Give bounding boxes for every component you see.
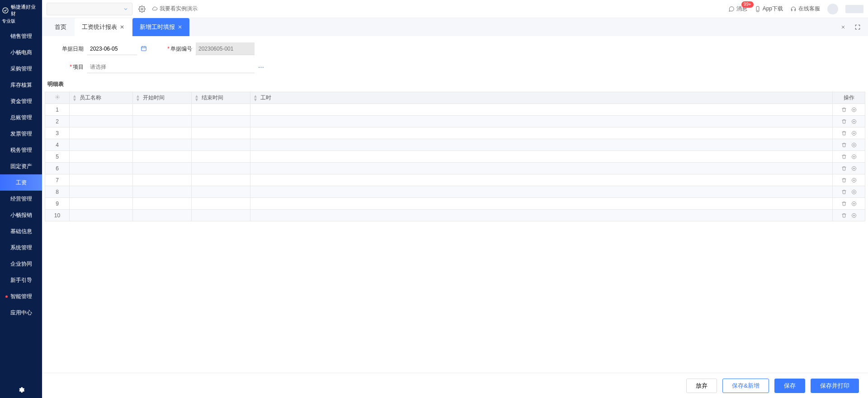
cell[interactable] xyxy=(70,198,133,210)
cell[interactable] xyxy=(133,127,192,139)
cell[interactable] xyxy=(250,210,833,221)
cell[interactable] xyxy=(192,174,250,186)
project-input[interactable] xyxy=(87,61,255,73)
col-hours[interactable]: ▲▼工时 xyxy=(250,92,833,104)
project-lookup-icon[interactable]: ⋯ xyxy=(258,64,264,70)
cell[interactable] xyxy=(133,151,192,163)
sidebar-item-4[interactable]: 资金管理 xyxy=(0,93,42,109)
date-input[interactable] xyxy=(87,42,137,55)
app-download-link[interactable]: App下载 xyxy=(755,5,783,13)
sidebar-item-16[interactable]: 智能管理 xyxy=(0,288,42,304)
cell[interactable] xyxy=(70,163,133,174)
col-employee[interactable]: ▲▼员工名称 xyxy=(70,92,133,104)
org-selector[interactable] xyxy=(47,3,132,15)
cell[interactable] xyxy=(70,139,133,151)
col-end[interactable]: ▲▼结束时间 xyxy=(192,92,250,104)
add-row-icon[interactable] xyxy=(851,142,857,148)
cell[interactable] xyxy=(250,186,833,198)
sidebar-item-11[interactable]: 小畅报销 xyxy=(0,207,42,223)
delete-icon[interactable] xyxy=(841,107,847,112)
calendar-icon[interactable] xyxy=(141,45,147,53)
discard-button[interactable]: 放弃 xyxy=(686,379,717,393)
sidebar-item-10[interactable]: 经营管理 xyxy=(0,191,42,207)
col-start[interactable]: ▲▼开始时间 xyxy=(133,92,192,104)
cell[interactable] xyxy=(250,198,833,210)
save-new-button[interactable]: 保存&新增 xyxy=(722,379,769,393)
sidebar-item-7[interactable]: 税务管理 xyxy=(0,142,42,158)
sidebar-item-15[interactable]: 新手引导 xyxy=(0,272,42,288)
cell[interactable] xyxy=(133,174,192,186)
sidebar-item-17[interactable]: 应用中心 xyxy=(0,304,42,321)
cell[interactable] xyxy=(133,116,192,127)
add-row-icon[interactable] xyxy=(851,178,857,183)
cell[interactable] xyxy=(133,163,192,174)
tab-close-icon[interactable]: ✕ xyxy=(120,24,124,30)
cell[interactable] xyxy=(70,151,133,163)
col-settings[interactable] xyxy=(45,92,70,104)
add-row-icon[interactable] xyxy=(851,154,857,159)
delete-icon[interactable] xyxy=(841,119,847,124)
sidebar-item-5[interactable]: 总账管理 xyxy=(0,109,42,126)
save-print-button[interactable]: 保存并打印 xyxy=(811,379,859,393)
add-row-icon[interactable] xyxy=(851,166,857,171)
delete-icon[interactable] xyxy=(841,154,847,159)
sidebar-item-0[interactable]: 销售管理 xyxy=(0,28,42,44)
delete-icon[interactable] xyxy=(841,213,847,218)
cell[interactable] xyxy=(192,104,250,116)
sidebar-settings[interactable] xyxy=(0,382,42,398)
sidebar-item-14[interactable]: 企业协同 xyxy=(0,256,42,272)
cell[interactable] xyxy=(70,104,133,116)
cell[interactable] xyxy=(70,174,133,186)
add-row-icon[interactable] xyxy=(851,107,857,112)
cell[interactable] xyxy=(192,198,250,210)
sidebar-item-6[interactable]: 发票管理 xyxy=(0,126,42,142)
tab-close-all[interactable] xyxy=(838,22,848,32)
cell[interactable] xyxy=(250,127,833,139)
cell[interactable] xyxy=(192,116,250,127)
tab-1[interactable]: 工资统计报表✕ xyxy=(75,18,132,36)
cell[interactable] xyxy=(133,139,192,151)
cell[interactable] xyxy=(192,163,250,174)
cell[interactable] xyxy=(133,104,192,116)
delete-icon[interactable] xyxy=(841,178,847,183)
cell[interactable] xyxy=(250,116,833,127)
demo-link[interactable]: 我要看实例演示 xyxy=(151,5,198,13)
tab-0[interactable]: 首页 xyxy=(47,18,74,36)
cell[interactable] xyxy=(70,116,133,127)
avatar[interactable] xyxy=(827,4,838,14)
sidebar-item-12[interactable]: 基础信息 xyxy=(0,223,42,239)
delete-icon[interactable] xyxy=(841,201,847,206)
cell[interactable] xyxy=(250,163,833,174)
sidebar-item-2[interactable]: 采购管理 xyxy=(0,61,42,77)
tab-2[interactable]: 新增工时填报✕ xyxy=(132,18,189,36)
online-service-link[interactable]: 在线客服 xyxy=(790,5,820,13)
messages-link[interactable]: 消息 99+ xyxy=(728,5,747,13)
sidebar-item-13[interactable]: 系统管理 xyxy=(0,239,42,256)
cell[interactable] xyxy=(192,186,250,198)
sidebar-item-8[interactable]: 固定资产 xyxy=(0,158,42,174)
cell[interactable] xyxy=(133,198,192,210)
cell[interactable] xyxy=(70,127,133,139)
sidebar-item-3[interactable]: 库存核算 xyxy=(0,77,42,93)
sidebar-item-9[interactable]: 工资 xyxy=(0,174,42,191)
cell[interactable] xyxy=(192,139,250,151)
delete-icon[interactable] xyxy=(841,142,847,148)
delete-icon[interactable] xyxy=(841,189,847,195)
cell[interactable] xyxy=(250,151,833,163)
org-settings-button[interactable] xyxy=(137,4,147,14)
add-row-icon[interactable] xyxy=(851,131,857,136)
cell[interactable] xyxy=(192,151,250,163)
cell[interactable] xyxy=(192,210,250,221)
tab-close-icon[interactable]: ✕ xyxy=(178,24,182,30)
delete-icon[interactable] xyxy=(841,166,847,171)
cell[interactable] xyxy=(250,139,833,151)
add-row-icon[interactable] xyxy=(851,213,857,218)
fullscreen-toggle[interactable] xyxy=(853,22,863,32)
save-button[interactable]: 保存 xyxy=(774,379,805,393)
cell[interactable] xyxy=(133,186,192,198)
cell[interactable] xyxy=(133,210,192,221)
cell[interactable] xyxy=(250,104,833,116)
add-row-icon[interactable] xyxy=(851,189,857,195)
add-row-icon[interactable] xyxy=(851,119,857,124)
cell[interactable] xyxy=(70,186,133,198)
